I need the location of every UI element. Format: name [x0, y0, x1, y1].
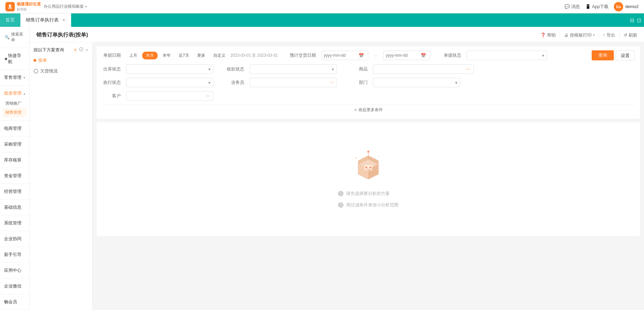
out-status-select[interactable] — [126, 64, 213, 74]
breadcrumb-dropdown-icon[interactable]: ▾ — [85, 5, 87, 8]
sidebar-item-enterprise-collab[interactable]: 企业协同 — [0, 231, 29, 247]
sidebar-item-finance[interactable]: 资金管理 — [0, 168, 29, 184]
payment-status-select[interactable] — [250, 64, 337, 74]
wholesale-label[interactable]: 批发管理 ▴ — [1, 88, 28, 98]
date-end-icon[interactable]: 📅 — [421, 53, 426, 58]
goods-input[interactable] — [376, 67, 466, 72]
dept-select-wrap — [373, 78, 460, 87]
sidebar-item-sales-mgmt[interactable]: 销售管理 — [3, 108, 26, 117]
sidebar-item-purchase[interactable]: 采购管理 — [0, 137, 29, 152]
sidebar-item-ecommerce[interactable]: 电商管理 — [0, 121, 29, 137]
print-button[interactable]: 🖨 按模板打印 ▾ — [564, 32, 595, 38]
help-button[interactable]: ❓ 帮助 — [540, 32, 556, 38]
sidebar-item-basic-info[interactable]: 基础信息 — [0, 200, 29, 215]
refresh-button[interactable]: ↺ 刷新 — [624, 32, 637, 38]
date-start-icon[interactable]: 📅 — [359, 53, 364, 58]
left-panel-actions: + « — [74, 47, 88, 53]
expected-date-end-input[interactable] — [386, 53, 419, 58]
enterprise-wechat-label[interactable]: 企业微信 — [1, 281, 28, 291]
dept-select[interactable] — [373, 78, 460, 87]
status-select[interactable] — [467, 51, 547, 60]
member-label[interactable]: 畅会员 — [1, 297, 28, 307]
page-header-actions: ❓ 帮助 🖨 按模板打印 ▾ ↑ 导出 ↺ 刷新 — [540, 32, 638, 38]
system-label[interactable]: 系统管理 — [1, 218, 28, 228]
tab-maximize-button[interactable]: ⊡ — [637, 17, 641, 23]
goods-more-icon[interactable]: ··· — [466, 66, 471, 72]
inventory-label[interactable]: 库存核算 — [1, 155, 28, 165]
edit-scheme-button[interactable] — [79, 47, 84, 53]
svg-text:✦: ✦ — [355, 157, 357, 160]
sidebar-item-system[interactable]: 系统管理 — [0, 215, 29, 231]
retail-label[interactable]: 零售管理 ▾ — [1, 72, 28, 83]
app-download-button[interactable]: 📱 App下载 — [585, 4, 608, 10]
sidebar-item-member[interactable]: 畅会员 — [0, 294, 29, 310]
finance-label[interactable]: 资金管理 — [1, 171, 28, 181]
settings-button[interactable]: 设置 — [616, 50, 635, 60]
active-scheme-indicator — [34, 59, 36, 62]
sidebar-item-beginner-guide[interactable]: 新手引导 — [0, 247, 29, 263]
beginner-guide-label[interactable]: 新手引导 — [1, 250, 28, 260]
svg-text:✦: ✦ — [380, 164, 381, 166]
top-bar-left: 畅捷通好生意 标准版 办公用品行业模拟账套 ▾ — [5, 1, 87, 12]
purchase-label[interactable]: 采购管理 — [1, 139, 28, 149]
svg-point-14 — [367, 151, 369, 153]
print-dropdown-icon[interactable]: ▾ — [593, 33, 595, 37]
date-this-year[interactable]: 本年 — [160, 52, 174, 59]
sidebar-item-inventory[interactable]: 库存核算 — [0, 152, 29, 168]
filter-row-2: 出库状态 收款状态 商品 ··· — [102, 64, 635, 74]
tab-sales-order-exec[interactable]: 销售订单执行表 ✕ — [20, 13, 71, 27]
user-profile[interactable]: Ea demo2 — [614, 2, 639, 11]
content-area: 销售订单执行表(按单) ❓ 帮助 🖨 按模板打印 ▾ ↑ 导出 — [30, 27, 644, 310]
sidebar-item-quick-nav[interactable]: ★ 快捷导航 — [0, 48, 29, 70]
tip-num-2: 2 — [338, 202, 343, 208]
scheme-item-by-order[interactable]: 按单 — [30, 55, 92, 66]
search-menu-button[interactable]: 🔍 搜索菜单 — [3, 30, 26, 44]
collapse-filters-button[interactable]: ∧ 收起更多条件 — [102, 105, 635, 115]
date-custom[interactable]: 自定义 — [210, 52, 228, 59]
sidebar-item-marketing[interactable]: 营销推广 — [3, 99, 26, 108]
salesperson-more-icon[interactable]: ··· — [329, 80, 334, 86]
quick-nav-icon: ★ — [4, 56, 8, 61]
customer-more-icon[interactable]: ··· — [206, 93, 210, 99]
ecommerce-label[interactable]: 电商管理 — [1, 123, 28, 134]
date-this-month[interactable]: 本月 — [142, 52, 158, 59]
svg-point-10 — [365, 166, 367, 168]
sidebar-item-wholesale[interactable]: 批发管理 ▴ 营销推广 销售管理 — [0, 86, 29, 121]
customer-input[interactable] — [129, 94, 206, 99]
query-button[interactable]: 查询 — [592, 50, 614, 60]
tab-close-icon[interactable]: ✕ — [62, 18, 65, 22]
svg-point-0 — [9, 4, 11, 7]
collapse-panel-button[interactable]: « — [86, 47, 88, 53]
logo-text: 畅捷通好生意 标准版 — [17, 1, 41, 12]
retail-expand-icon: ▾ — [23, 76, 25, 80]
customer-input-wrap: ··· — [126, 91, 213, 101]
wholesale-subnav: 营销推广 销售管理 — [1, 98, 28, 118]
sidebar-item-retail[interactable]: 零售管理 ▾ — [0, 70, 29, 86]
expected-date-start-input[interactable] — [324, 53, 357, 58]
sidebar-item-app-center[interactable]: 应用中心 — [0, 263, 29, 278]
tab-home[interactable]: 首页 — [0, 13, 20, 27]
filter-row-1: 单据日期 上月 本月 本年 近7天 更多 自定义 2023-03-01 至 20… — [102, 50, 635, 60]
tab-bar: 首页 销售订单执行表 ✕ ⊟ ⊡ — [0, 13, 644, 27]
enterprise-collab-label[interactable]: 企业协同 — [1, 234, 28, 244]
app-center-label[interactable]: 应用中心 — [1, 265, 28, 275]
query-buttons: 查询 设置 — [592, 50, 635, 60]
salesperson-input[interactable] — [253, 80, 329, 85]
basic-info-label[interactable]: 基础信息 — [1, 202, 28, 212]
quick-nav-label[interactable]: ★ 快捷导航 — [1, 51, 28, 67]
date-more[interactable]: 更多 — [194, 52, 208, 59]
left-panel-title: 按以下方案查询 — [34, 47, 64, 53]
goods-filter-label: 商品 — [349, 66, 368, 72]
scheme-item-by-debt[interactable]: 欠货情况 — [30, 66, 92, 76]
sidebar-item-operations[interactable]: 经营管理 — [0, 184, 29, 200]
export-button[interactable]: ↑ 导出 — [603, 32, 615, 38]
sidebar-item-enterprise-wechat[interactable]: 企业微信 — [0, 278, 29, 294]
expected-date-start-wrap: 📅 — [321, 51, 368, 60]
message-button[interactable]: 💬 消息 — [565, 4, 580, 10]
exec-status-select[interactable] — [126, 78, 213, 87]
date-last-7days[interactable]: 近7天 — [176, 52, 192, 59]
tab-minimize-button[interactable]: ⊟ — [630, 17, 634, 23]
operations-label[interactable]: 经营管理 — [1, 187, 28, 197]
date-last-month[interactable]: 上月 — [126, 52, 140, 59]
add-scheme-button[interactable]: + — [74, 47, 77, 53]
